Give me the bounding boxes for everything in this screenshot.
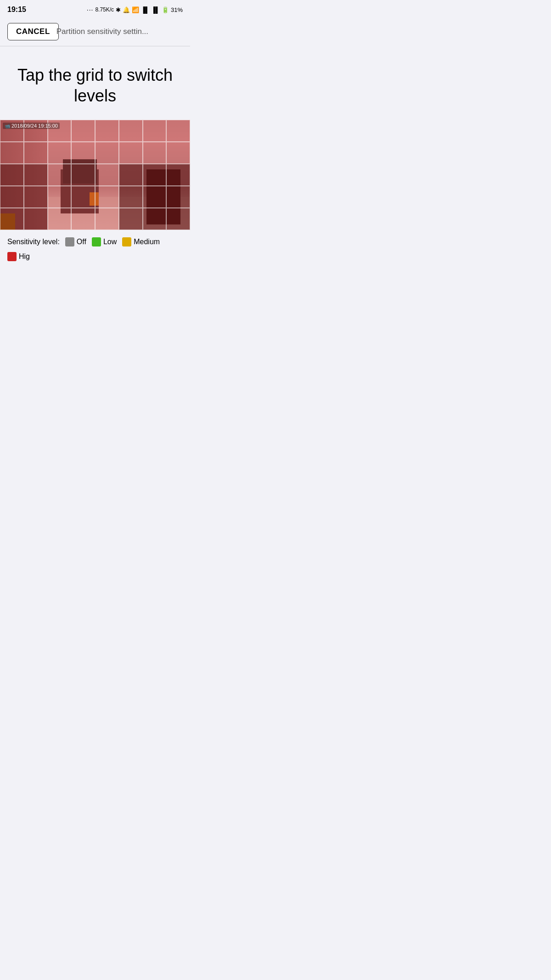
status-bar: 19:15 ··· 8.75K/c ✱ 🔔 📶 ▐▌ ▐▌ 🔋 31%: [0, 0, 190, 18]
data-speed: 8.75K/c: [95, 6, 114, 13]
instruction-area: Tap the grid to switch levels: [0, 46, 190, 120]
legend-label: Sensitivity level:: [7, 238, 60, 246]
legend-swatch-medium: [122, 237, 131, 246]
sensitivity-grid[interactable]: [0, 120, 190, 230]
status-right-area: ··· 8.75K/c ✱ 🔔 📶 ▐▌ ▐▌ 🔋 31%: [87, 6, 183, 13]
grid-cell[interactable]: [143, 164, 167, 186]
grid-cell[interactable]: [119, 120, 143, 142]
legend-swatch-high: [7, 252, 17, 261]
grid-cell[interactable]: [0, 208, 24, 230]
grid-cell[interactable]: [48, 186, 72, 208]
grid-cell[interactable]: [24, 142, 48, 164]
battery-percent: 31%: [171, 6, 183, 13]
signal-bars-2: ▐▌: [152, 6, 160, 13]
bottom-space: [0, 270, 190, 408]
grid-cell[interactable]: [143, 120, 167, 142]
grid-cell[interactable]: [95, 120, 119, 142]
legend-text-low: Low: [103, 238, 117, 246]
camera-timestamp: 📹 2018/09/24 19:15:00: [3, 123, 60, 129]
grid-cell[interactable]: [166, 164, 190, 186]
legend-text-medium: Medium: [134, 238, 160, 246]
legend-item-high: Hig: [7, 252, 30, 261]
status-time: 19:15: [7, 6, 26, 14]
grid-cell[interactable]: [0, 186, 24, 208]
timestamp-text: 2018/09/24 19:15:00: [11, 123, 58, 129]
legend-item-off: Off: [65, 237, 86, 246]
grid-cell[interactable]: [95, 208, 119, 230]
legend-swatch-low: [92, 237, 101, 246]
grid-cell[interactable]: [119, 142, 143, 164]
bluetooth-icon: ✱: [116, 6, 121, 13]
grid-cell[interactable]: [48, 164, 72, 186]
nav-bar: CANCEL Partition sensitivity settin...: [0, 18, 190, 46]
alarm-icon: 🔔: [123, 6, 130, 13]
grid-cell[interactable]: [71, 186, 95, 208]
grid-cell[interactable]: [119, 208, 143, 230]
grid-cell[interactable]: [71, 142, 95, 164]
grid-cell[interactable]: [166, 208, 190, 230]
grid-cell[interactable]: [24, 208, 48, 230]
grid-cell[interactable]: [71, 164, 95, 186]
grid-cell[interactable]: [95, 186, 119, 208]
camera-container: 📹 2018/09/24 19:15:00: [0, 120, 190, 230]
grid-cell[interactable]: [166, 186, 190, 208]
grid-cell[interactable]: [119, 164, 143, 186]
camera-feed: 📹 2018/09/24 19:15:00: [0, 120, 190, 230]
signal-dots: ···: [87, 6, 94, 13]
legend-item-medium: Medium: [122, 237, 160, 246]
grid-cell[interactable]: [119, 186, 143, 208]
grid-cell[interactable]: [143, 208, 167, 230]
grid-cell[interactable]: [71, 208, 95, 230]
nav-title: Partition sensitivity settin...: [22, 27, 183, 36]
grid-cell[interactable]: [166, 142, 190, 164]
legend-item-low: Low: [92, 237, 117, 246]
grid-cell[interactable]: [48, 142, 72, 164]
grid-cell[interactable]: [71, 120, 95, 142]
grid-cell[interactable]: [0, 142, 24, 164]
instruction-text: Tap the grid to switch levels: [9, 65, 181, 106]
grid-cell[interactable]: [24, 186, 48, 208]
grid-cell[interactable]: [48, 208, 72, 230]
camera-icon: 📹: [5, 123, 10, 129]
legend-text-high: Hig: [19, 252, 30, 261]
battery-icon: 🔋: [162, 6, 169, 13]
wifi-icon: 📶: [132, 6, 139, 13]
grid-cell[interactable]: [95, 164, 119, 186]
legend-swatch-off: [65, 237, 74, 246]
grid-cell[interactable]: [0, 164, 24, 186]
grid-cell[interactable]: [143, 142, 167, 164]
grid-cell[interactable]: [24, 164, 48, 186]
signal-bars-1: ▐▌: [141, 6, 149, 13]
grid-cell[interactable]: [95, 142, 119, 164]
legend-text-off: Off: [77, 238, 86, 246]
legend-area: Sensitivity level: Off Low Medium Hig: [0, 230, 190, 270]
grid-cell[interactable]: [143, 186, 167, 208]
grid-cell[interactable]: [166, 120, 190, 142]
